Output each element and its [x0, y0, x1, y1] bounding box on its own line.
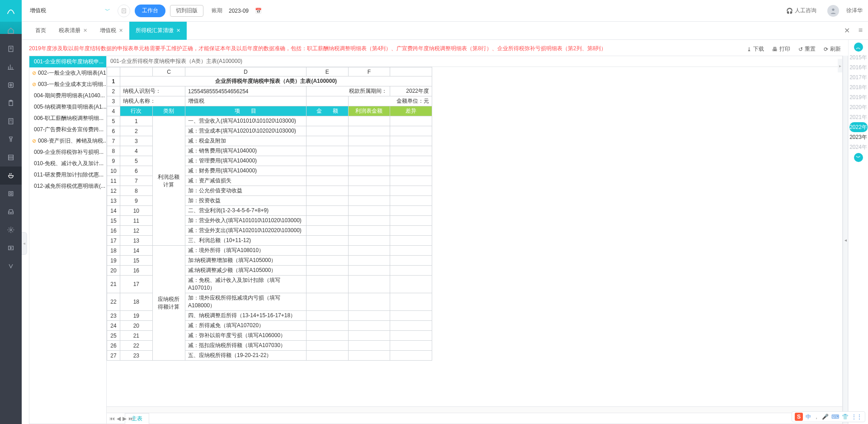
cell[interactable]	[306, 196, 348, 206]
cell[interactable]	[348, 136, 390, 146]
sheet-list-item[interactable]: 012-减免所得税优惠明细表(...	[29, 181, 106, 192]
cell[interactable]	[348, 276, 390, 293]
collapse-right-handle[interactable]: ▸	[838, 59, 842, 72]
cell[interactable]	[306, 331, 348, 341]
cell[interactable]	[390, 196, 432, 206]
sheet-list-item[interactable]: 004-期间费用明细表(A1040...	[29, 90, 106, 101]
cell[interactable]	[348, 186, 390, 196]
tab-税表清册[interactable]: 税表清册✕	[52, 22, 94, 40]
year-2017年[interactable]: 2017年	[849, 72, 868, 82]
cell[interactable]	[348, 126, 390, 136]
reset-button[interactable]: ↺ 重置	[798, 45, 816, 53]
nav-bowl-icon[interactable]	[0, 167, 22, 185]
nav-video-icon[interactable]	[0, 239, 22, 257]
sheet-list-item[interactable]: 001-企业所得税年度纳税申...	[29, 56, 106, 67]
cell[interactable]	[306, 146, 348, 156]
nav-clip-icon[interactable]	[0, 94, 22, 112]
consult-link[interactable]: 🎧人工咨询	[786, 7, 816, 14]
nav-v-icon[interactable]	[0, 257, 22, 275]
cell[interactable]	[390, 166, 432, 176]
ime-more-icon[interactable]: ⋮⋮	[851, 414, 862, 420]
sheet-list-item[interactable]: 011-研发费用加计扣除优惠...	[29, 169, 106, 181]
cell[interactable]	[348, 236, 390, 246]
switch-old-button[interactable]: 切到旧版	[170, 5, 203, 17]
workbench-button[interactable]: 工作台	[135, 5, 165, 17]
sheet-list-item[interactable]: ⊘008-资产折旧、摊销及纳税...	[29, 135, 106, 147]
calendar-icon[interactable]: 📅	[255, 8, 262, 14]
year-2019年[interactable]: 2019年	[849, 92, 868, 102]
nav-grid-icon[interactable]	[0, 148, 22, 167]
cell[interactable]	[306, 186, 348, 196]
cell[interactable]	[348, 116, 390, 126]
cell[interactable]	[390, 311, 432, 321]
nav-chart-icon[interactable]	[0, 58, 22, 76]
cell[interactable]	[390, 176, 432, 186]
cell[interactable]	[306, 166, 348, 176]
sheet-list-item[interactable]: ⊘003-一般企业成本支出明细...	[29, 79, 106, 90]
refresh-button[interactable]: ⟳ 刷新	[824, 45, 841, 53]
cell[interactable]	[390, 186, 432, 196]
tab-增值税[interactable]: 增值税✕	[94, 22, 129, 40]
cell[interactable]	[390, 236, 432, 246]
cell[interactable]	[348, 196, 390, 206]
cell[interactable]	[348, 341, 390, 351]
year-2020年[interactable]: 2020年	[849, 102, 868, 112]
ime-mic-icon[interactable]: 🎤	[822, 414, 829, 420]
cell[interactable]	[348, 331, 390, 341]
ime-kbd-icon[interactable]: ⌨	[831, 414, 839, 420]
sheet-list-item[interactable]: 005-纳税调整项目明细表(A1...	[29, 101, 106, 113]
nav-tag-icon[interactable]	[0, 130, 22, 148]
user-name[interactable]: 徐泽华	[846, 7, 863, 14]
sheet-list-item[interactable]: 006-职工薪酬纳税调整明细...	[29, 113, 106, 124]
nav-box-icon[interactable]	[0, 185, 22, 203]
cell[interactable]	[390, 206, 432, 216]
period-value[interactable]: 2023-09	[229, 8, 249, 14]
cell[interactable]	[390, 226, 432, 236]
cell[interactable]	[306, 116, 348, 126]
nav-doc-icon[interactable]	[0, 40, 22, 58]
sheet-list-item[interactable]: ⊘002-一般企业收入明细表(A1...	[29, 67, 106, 79]
cell[interactable]	[348, 246, 390, 256]
year-up-icon[interactable]: ︽	[854, 43, 863, 52]
cell[interactable]	[390, 146, 432, 156]
sheet-nav-last-icon[interactable]: ⏭	[128, 415, 134, 422]
year-down-icon[interactable]: ︾	[854, 153, 863, 162]
nav-calc-icon[interactable]	[0, 112, 22, 130]
cell[interactable]	[306, 321, 348, 331]
cell[interactable]	[348, 176, 390, 186]
avatar[interactable]	[827, 5, 839, 17]
nav-home-icon[interactable]	[0, 22, 22, 40]
cell[interactable]	[306, 311, 348, 321]
year-2022年[interactable]: 2022年	[849, 122, 868, 132]
sheet-nav-prev-icon[interactable]: ◀	[117, 415, 121, 422]
sheet-nav-next-icon[interactable]: ▶	[123, 415, 127, 422]
cell[interactable]	[306, 276, 348, 293]
cell[interactable]	[306, 256, 348, 266]
cell[interactable]	[306, 176, 348, 186]
cell[interactable]	[348, 216, 390, 226]
close-icon[interactable]: ✕	[83, 28, 87, 33]
org-selector[interactable]: 增值税 ﹀	[27, 4, 113, 18]
cell[interactable]	[390, 331, 432, 341]
year-2016年[interactable]: 2016年	[849, 62, 868, 72]
download-button[interactable]: ⤓ 下载	[747, 45, 764, 53]
cell[interactable]	[390, 341, 432, 351]
cell[interactable]	[348, 226, 390, 236]
nav-money-icon[interactable]	[0, 76, 22, 94]
year-2024年[interactable]: 2024年	[849, 142, 868, 152]
cell[interactable]	[306, 216, 348, 226]
cell[interactable]	[390, 116, 432, 126]
cell[interactable]	[390, 126, 432, 136]
cell[interactable]	[348, 266, 390, 276]
tab-menu-icon[interactable]: ≡	[859, 26, 863, 34]
cell[interactable]	[348, 293, 390, 311]
cell[interactable]	[306, 206, 348, 216]
cell[interactable]	[306, 226, 348, 236]
cell[interactable]	[348, 156, 390, 166]
history-button[interactable]	[118, 5, 130, 17]
cell[interactable]	[390, 351, 432, 361]
nav-inbox-icon[interactable]	[0, 203, 22, 221]
print-button[interactable]: 🖶 打印	[772, 45, 790, 53]
cell[interactable]	[306, 246, 348, 256]
cell[interactable]	[348, 311, 390, 321]
